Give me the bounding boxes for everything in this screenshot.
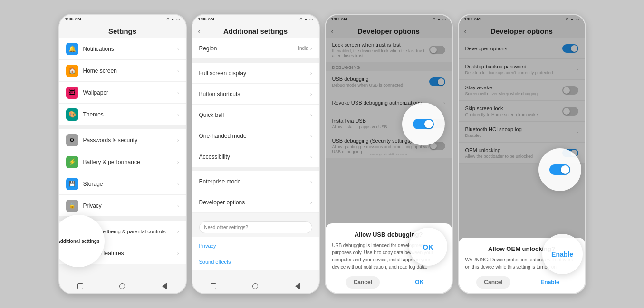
settings-item-themes[interactable]: 🎨 Themes › xyxy=(59,104,186,125)
chevron-passwords: › xyxy=(177,137,179,143)
additional-settings-list: Region India › Full screen display › But… xyxy=(192,38,319,278)
chevron-digital: › xyxy=(177,229,179,234)
settings-item-wallpaper[interactable]: 🖼 Wallpaper › xyxy=(59,82,186,104)
quick-ball-label: Quick ball xyxy=(199,112,310,118)
fullscreen-item[interactable]: Full screen display › xyxy=(192,63,319,84)
magnified-toggle-3[interactable] xyxy=(413,119,434,129)
nav-home-1[interactable] xyxy=(118,282,126,290)
settings-search-input[interactable] xyxy=(199,221,312,233)
enable-button-magnifier: Enable xyxy=(542,234,583,274)
button-shortcuts-item[interactable]: Button shortcuts › xyxy=(192,84,319,105)
quick-ball-item[interactable]: Quick ball › xyxy=(192,105,319,125)
phone-screen-2: 1:06 AM ⊙ ▲ ▭ ‹ Additional settings Regi… xyxy=(192,14,320,294)
chevron-fullscreen: › xyxy=(310,70,312,76)
magnified-toggle-knob-3 xyxy=(424,120,433,128)
status-bar-1: 1:06 AM ⊙ ▲ ▭ xyxy=(59,15,186,23)
chevron-privacy: › xyxy=(177,203,179,209)
phone-screen-3: 1:07 AM ⊙ ▲ ▭ ‹ Developer options Lock s… xyxy=(325,14,453,294)
phone-screen-4: 1:07 AM ⊙ ▲ ▭ ‹ Developer options Develo… xyxy=(458,14,586,294)
usb-dialog-buttons: Cancel OK xyxy=(332,276,445,289)
chevron-button-shortcuts: › xyxy=(310,91,312,97)
chevron-developer: › xyxy=(310,200,312,205)
chevron-wallpaper: › xyxy=(177,90,179,96)
dialog-overlay-3: Allow USB debugging? USB debugging is in… xyxy=(326,15,452,293)
wallpaper-label: Wallpaper xyxy=(83,89,177,96)
time-1: 1:06 AM xyxy=(65,17,81,21)
settings-item-notifications[interactable]: 🔔 Notifications › xyxy=(59,38,186,60)
divider-1 xyxy=(59,125,186,129)
magnified-oem-toggle-knob xyxy=(561,165,569,174)
privacy-link-item: Privacy xyxy=(192,237,319,253)
chevron-one-handed: › xyxy=(310,133,312,139)
nav-bar-2 xyxy=(192,278,319,293)
one-handed-item[interactable]: One-handed mode › xyxy=(192,125,319,146)
nav-recent-1[interactable] xyxy=(76,282,85,290)
privacy-label: Privacy xyxy=(83,202,177,209)
enterprise-label: Enterprise mode xyxy=(199,178,310,185)
privacy-link[interactable]: Privacy xyxy=(199,243,216,249)
settings-item-battery[interactable]: ⚡ Battery & performance › xyxy=(59,151,186,173)
signal-icon: ⊙ xyxy=(166,17,170,21)
magnified-oem-toggle[interactable] xyxy=(549,164,570,175)
spacer-s2 xyxy=(192,213,319,218)
usb-cancel-button[interactable]: Cancel xyxy=(346,276,380,289)
themes-label: Themes xyxy=(83,111,177,118)
chevron-special: › xyxy=(177,250,179,256)
notifications-icon: 🔔 xyxy=(66,43,78,55)
settings-header: Settings xyxy=(59,23,186,38)
battery-icon-2: ▭ xyxy=(309,17,313,21)
settings-item-passwords[interactable]: ⚙ Passwords & security › xyxy=(59,129,186,151)
time-2: 1:06 AM xyxy=(198,17,214,21)
magnifier-text-1: Additional settings xyxy=(58,239,100,244)
chevron-enterprise: › xyxy=(310,179,312,184)
oem-enable-button[interactable]: Enable xyxy=(533,276,567,289)
passwords-label: Passwords & security xyxy=(83,137,177,144)
chevron-notifications: › xyxy=(177,46,179,52)
home-screen-label: Home screen xyxy=(83,67,177,74)
nav-bar-1 xyxy=(59,278,186,293)
status-icons-2: ⊙ ▲ ▭ xyxy=(299,17,313,21)
chevron-themes: › xyxy=(177,112,179,117)
sound-effects-link-item: Sound effects xyxy=(192,253,319,270)
settings-item-privacy[interactable]: 🔒 Privacy › xyxy=(59,195,186,217)
notifications-label: Notifications xyxy=(83,46,177,52)
wifi-icon: ▲ xyxy=(171,17,175,21)
ok-magnified-label[interactable]: OK xyxy=(423,243,433,251)
battery-icon-item: ⚡ xyxy=(66,156,78,168)
storage-label: Storage xyxy=(83,181,177,187)
settings-item-home-screen[interactable]: 🏠 Home screen › xyxy=(59,60,186,82)
back-arrow-2[interactable]: ‹ xyxy=(198,28,201,35)
button-shortcuts-label: Button shortcuts xyxy=(199,91,310,97)
one-handed-label: One-handed mode xyxy=(199,133,310,139)
nav-back-1[interactable] xyxy=(160,282,169,290)
battery-label: Battery & performance xyxy=(83,159,177,165)
nav-home-2[interactable] xyxy=(251,282,260,290)
enable-magnified-label[interactable]: Enable xyxy=(551,250,573,258)
developer-options-label: Developer options xyxy=(199,199,310,206)
chevron-quick-ball: › xyxy=(310,112,312,118)
region-item[interactable]: Region India › xyxy=(192,38,319,59)
divider-s2-2 xyxy=(192,167,319,171)
settings-item-storage[interactable]: 💾 Storage › xyxy=(59,173,186,195)
phone-screen-1: 1:06 AM ⊙ ▲ ▭ Settings 🔔 Notifications ›… xyxy=(58,14,187,294)
enterprise-item[interactable]: Enterprise mode › xyxy=(192,171,319,192)
fullscreen-label: Full screen display xyxy=(199,70,310,77)
screen-content-2: ‹ Additional settings Region India › Ful… xyxy=(192,23,319,278)
chevron-battery: › xyxy=(177,159,179,165)
nav-back-2[interactable] xyxy=(293,282,302,290)
usb-ok-button[interactable]: OK xyxy=(407,276,431,289)
oem-toggle-magnifier xyxy=(538,148,581,191)
oem-cancel-button[interactable]: Cancel xyxy=(476,276,510,289)
divider-s2-1 xyxy=(192,59,319,63)
sound-effects-link[interactable]: Sound effects xyxy=(199,259,231,265)
nav-recent-2[interactable] xyxy=(209,282,218,290)
status-bar-2: 1:06 AM ⊙ ▲ ▭ xyxy=(192,15,319,23)
search-container xyxy=(192,218,319,237)
themes-icon: 🎨 xyxy=(66,108,78,121)
region-value: India xyxy=(298,46,308,51)
accessibility-item[interactable]: Accessibility › xyxy=(192,146,319,167)
additional-settings-header: ‹ Additional settings xyxy=(192,23,319,38)
status-icons-1: ⊙ ▲ ▭ xyxy=(166,17,180,21)
wallpaper-icon: 🖼 xyxy=(66,87,78,99)
developer-options-item[interactable]: Developer options › xyxy=(192,192,319,213)
